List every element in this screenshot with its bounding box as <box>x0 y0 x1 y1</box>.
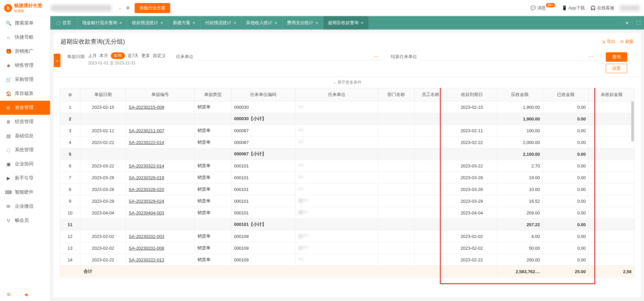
doc-link[interactable]: SA-20230202-008 <box>129 246 164 251</box>
sidebar-item-1[interactable]: ⌂快捷导航 <box>0 30 50 44</box>
tab-home[interactable]: ⬚ 首页 <box>50 16 78 30</box>
app-download-link[interactable]: 📱 App下载 <box>562 5 585 11</box>
doc-link[interactable]: SA-20230328-020 <box>129 187 164 192</box>
sidebar-item-0[interactable]: 🔍搜索菜单 <box>0 16 50 30</box>
card-icon: ▤ <box>5 133 11 139</box>
tabs-fullscreen[interactable]: ⛶ <box>633 20 644 26</box>
sidebar-item-11[interactable]: ▶新手引导 <box>0 171 50 185</box>
expand-more-conditions[interactable]: ⌄ 展开更多条件 <box>54 77 641 88</box>
th-type[interactable]: 单据类型 <box>195 88 231 101</box>
filter-collapse-handle[interactable]: » <box>54 54 60 67</box>
tab-3[interactable]: 付款情况统计✕ <box>200 16 241 30</box>
settings-button[interactable]: 设置 <box>606 64 627 73</box>
th-due[interactable]: 收款到期日 <box>447 88 497 101</box>
sidebar-item-7[interactable]: 🗎经营管理 <box>0 115 50 129</box>
export-button[interactable]: ⇲导出 <box>602 39 615 45</box>
date-quick-2[interactable]: 本年 <box>111 52 125 59</box>
table-row[interactable]: 6 2023-03-22 SA-20230322-014 销货单 000101 … <box>60 160 635 172</box>
doc-link[interactable]: SA-20230328-019 <box>129 175 164 180</box>
doc-link[interactable]: SA-20230202-003 <box>129 234 164 239</box>
table-row[interactable]: 8 2023-03-28 SA-20230328-020 销货单 000101 … <box>60 184 635 195</box>
tab-close-icon[interactable]: ✕ <box>315 21 318 25</box>
online-service-link[interactable]: 🎧 在线客服 <box>590 5 614 11</box>
message-icon: 💬 <box>531 5 536 10</box>
sidebar-label: 营销推广 <box>15 48 34 54</box>
sidebar-item-3[interactable]: ◈销售管理 <box>0 58 50 72</box>
tab-close-icon[interactable]: ✕ <box>274 21 277 25</box>
logo-icon: b <box>4 4 12 12</box>
sidebar-item-6[interactable]: ⊚资金管理 <box>0 101 50 115</box>
date-quick-5[interactable]: 自定义 <box>153 53 166 59</box>
table-subtotal-row[interactable]: 2 000030【小计】 1,900.00 0.00 <box>60 113 635 125</box>
filter-settle-more-icon[interactable]: ⋯ <box>586 53 596 59</box>
filter-unit-more-icon[interactable]: ⋯ <box>371 53 381 59</box>
th-code[interactable]: 往来单位编码 <box>231 88 295 101</box>
tab-5[interactable]: 费用支出统计✕ <box>282 16 323 30</box>
doc-link[interactable]: SA-20230222-014 <box>129 140 164 145</box>
date-quick-3[interactable]: 近7天 <box>128 53 139 59</box>
th-dept[interactable]: 部门名称 <box>378 88 414 101</box>
th-unpaid[interactable]: 未收款金额 <box>589 88 635 101</box>
table-row[interactable]: 3 2023-02-11 SA-20230211-007 销货单 000067 … <box>60 125 635 137</box>
tab-1[interactable]: 收款情况统计✕ <box>127 16 168 30</box>
doc-link[interactable]: SA-20230329-024 <box>129 199 164 204</box>
doc-link[interactable]: SA-20230215-009 <box>129 105 164 110</box>
sidebar-item-10[interactable]: ▣企业协同 <box>0 157 50 171</box>
tab-close-icon[interactable]: ✕ <box>233 21 236 25</box>
sidebar-item-5[interactable]: 🏠库存核算 <box>0 87 50 101</box>
doc-link[interactable]: SA-20230211-007 <box>129 128 164 133</box>
doc-link[interactable]: SA-20230322-014 <box>129 163 164 168</box>
sidebar-item-12[interactable]: ⌨智能硬件 <box>0 185 50 199</box>
table-row[interactable]: 13 2023-02-02 SA-20230202-008 销货单 000109… <box>60 242 635 254</box>
trial-button[interactable]: 体验行业方案 <box>135 3 170 13</box>
table-row[interactable]: 10 2023-04-04 SA-20230404-003 销货单 000101… <box>60 207 635 219</box>
refresh-button[interactable]: ⟳刷新 <box>620 39 634 45</box>
messages-link[interactable]: 💬 消息 99+ <box>531 5 556 11</box>
vertical-scrollbar[interactable] <box>631 101 634 142</box>
doc-link[interactable]: SA-20230404-003 <box>129 210 164 215</box>
header-gear-icon[interactable]: ⚙ <box>126 5 130 10</box>
sidebar-item-8[interactable]: ▤基础信息 <box>0 129 50 143</box>
sidebar-item-13[interactable]: ✉企业微信 <box>0 199 50 213</box>
sidebar-item-2[interactable]: 🎁营销推广 <box>0 44 50 58</box>
tab-6[interactable]: 超期应收款查询✕ <box>323 16 369 30</box>
tabs-close-all[interactable]: ✕ <box>621 20 633 26</box>
tab-close-icon[interactable]: ✕ <box>160 21 163 25</box>
sidebar-collapse-icon[interactable]: ◀ <box>24 292 28 297</box>
filter-settle-input[interactable] <box>420 52 586 60</box>
org-dropdown-icon[interactable]: ⌄ <box>118 5 122 10</box>
table-row[interactable]: 1 2023-02-15 SA-20230215-009 销货单 000030 … <box>60 101 635 113</box>
tab-2[interactable]: 新建方案✕ <box>168 16 200 30</box>
tab-0[interactable]: 现金银行流水查询✕ <box>78 16 127 30</box>
date-quick-0[interactable]: 上月 <box>88 53 97 59</box>
date-quick-4[interactable]: 更多 <box>141 53 150 59</box>
table-row[interactable]: 9 2023-03-29 SA-20230329-024 销货单 000101 … <box>60 195 635 207</box>
tab-close-icon[interactable]: ✕ <box>192 21 195 25</box>
table-row[interactable]: 7 2023-03-28 SA-20230328-019 销货单 000101 … <box>60 172 635 184</box>
tab-close-icon[interactable]: ✕ <box>119 21 122 25</box>
th-date[interactable]: 单据日期 <box>80 88 126 101</box>
table-row[interactable]: 4 2023-02-22 SA-20230222-014 销货单 000067 … <box>60 137 635 148</box>
th-unit[interactable]: 往来单位 <box>295 88 378 101</box>
th-docno[interactable]: 单据编号 <box>126 88 195 101</box>
th-recv[interactable]: 应收金额 <box>497 88 543 101</box>
table-row[interactable]: 14 2023-02-22 SA-20230222-013 销货单 000109… <box>60 254 635 266</box>
sidebar-item-9[interactable]: ◌系统管理 <box>0 143 50 157</box>
doc-link[interactable]: SA-20230222-013 <box>129 257 164 262</box>
search-button[interactable]: 查询 <box>606 52 627 62</box>
tab-close-icon[interactable]: ✕ <box>361 21 364 25</box>
date-quick-1[interactable]: 本月 <box>99 53 108 59</box>
sidebar-settings-icon[interactable]: ⚙ <box>7 292 11 297</box>
sidebar-label: 资金管理 <box>15 105 34 111</box>
sidebar-item-14[interactable]: V畅会员 <box>0 213 50 228</box>
tab-4[interactable]: 其他收入统计✕ <box>241 16 282 30</box>
table-row[interactable]: 12 2023-02-02 SA-20230202-003 销货单 000109… <box>60 231 635 242</box>
table-subtotal-row[interactable]: 11 000101【小计】 257.22 0.00 <box>60 219 635 231</box>
table-gear-header[interactable]: ⚙ <box>60 88 80 101</box>
th-emp[interactable]: 员工名称 <box>415 88 447 101</box>
sidebar-item-4[interactable]: 🛒采购管理 <box>0 72 50 87</box>
table-subtotal-row[interactable]: 5 000067【小计】 2,100.00 0.00 <box>60 148 635 160</box>
th-paid[interactable]: 已收金额 <box>543 88 589 101</box>
filter-unit-input[interactable] <box>197 52 371 60</box>
filter-settle-group: 结算往来单位 ⋯ <box>391 52 596 60</box>
